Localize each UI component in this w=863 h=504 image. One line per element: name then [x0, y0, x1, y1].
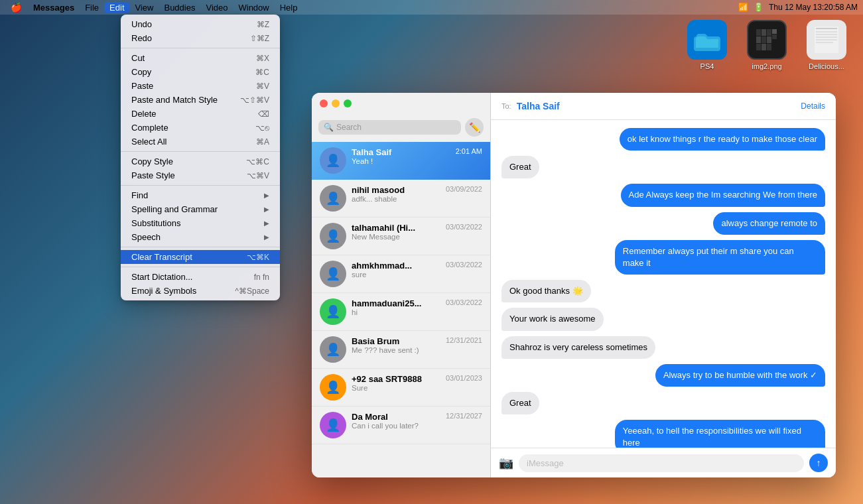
conversation-info: ahmkhmmad... sure — [352, 261, 440, 279]
menu-item-spelling-grammar[interactable]: Spelling and Grammar ▶ — [121, 202, 280, 216]
clock: Thu 12 May 13:20:58 AM — [769, 3, 858, 12]
apple-menu[interactable]: 🍎 — [5, 2, 27, 13]
menubar-video[interactable]: Video — [201, 2, 232, 13]
search-field[interactable]: 🔍 Search — [318, 120, 461, 135]
menu-item-emoji-symbols[interactable]: Emoji & Symbols ^⌘Space — [121, 284, 280, 298]
menubar-right: 📶 🔋 Thu 12 May 13:20:58 AM — [738, 3, 858, 12]
menu-shortcut: ^⌘Space — [235, 286, 269, 296]
menu-item-copy[interactable]: Copy ⌘C — [121, 65, 280, 79]
desktop-icon-img2[interactable]: img2.png — [744, 20, 790, 70]
menubar-edit[interactable]: Edit — [105, 2, 129, 13]
fullscreen-button[interactable] — [344, 99, 352, 107]
menu-separator — [121, 48, 280, 48]
close-button[interactable] — [320, 99, 328, 107]
detail-button[interactable]: Details — [801, 101, 825, 111]
menu-item-select-all[interactable]: Select All ⌘A — [121, 135, 280, 149]
menu-item-label: Substitutions — [131, 218, 264, 228]
camera-icon[interactable]: 📷 — [499, 456, 513, 470]
messages-right-panel: To: Talha Saif Details ok let know thing… — [491, 93, 836, 477]
menu-item-substitutions[interactable]: Substitutions ▶ — [121, 216, 280, 230]
menu-item-label: Copy — [131, 67, 250, 77]
menubar-file[interactable]: File — [80, 2, 103, 13]
menu-item-label: Start Dictation... — [131, 272, 249, 282]
menu-item-label: Cut — [131, 53, 251, 63]
menu-item-paste-match[interactable]: Paste and Match Style ⌥⇧⌘V — [121, 93, 280, 107]
menu-item-copy-style[interactable]: Copy Style ⌥⌘C — [121, 155, 280, 168]
menu-shortcut: fn fn — [254, 273, 269, 282]
svg-rect-3 — [767, 29, 771, 36]
messages-body: ok let know things r the ready to make t… — [491, 120, 836, 448]
menu-item-cut[interactable]: Cut ⌘X — [121, 51, 280, 65]
menu-item-clear-transcript[interactable]: Clear Transcript ⌥⌘K — [121, 250, 280, 264]
desktop-icon-del-label: Delicious... — [809, 62, 844, 70]
menu-item-redo[interactable]: Redo ⇧⌘Z — [121, 31, 280, 45]
conversation-preview: Can i call you later? — [352, 422, 440, 430]
conversation-info: +92 saa SRT9888 Sure — [352, 374, 440, 392]
svg-rect-8 — [762, 44, 766, 50]
menu-item-label: Emoji & Symbols — [131, 286, 230, 296]
message-input[interactable]: iMessage — [519, 454, 804, 472]
menu-item-label: Speech — [131, 232, 264, 242]
message-bubble: Yeeeah, to hell the responsibilities we … — [615, 420, 825, 448]
conversation-time: 03/03/2022 — [446, 261, 482, 269]
edit-menu: Undo ⌘Z Redo ⇧⌘Z Cut ⌘X Copy ⌘C Paste ⌘V… — [121, 15, 280, 300]
conversation-item[interactable]: 👤 talhamahil (Hi... New Message 03/03/20… — [312, 218, 490, 255]
messages-header: To: Talha Saif Details — [491, 93, 836, 120]
desktop-icon-ps4[interactable]: PS4 — [684, 20, 730, 70]
menu-item-start-dictation[interactable]: Start Dictation... fn fn — [121, 270, 280, 284]
menu-shortcut: ⌥⌘C — [246, 157, 269, 166]
menu-item-complete[interactable]: Complete ⌥⎋ — [121, 121, 280, 135]
send-button[interactable]: ↑ — [809, 454, 828, 472]
contact-name: Talha Saif — [517, 101, 560, 111]
menu-shortcut: ⌥⌘V — [247, 171, 269, 180]
menu-item-paste[interactable]: Paste ⌘V — [121, 79, 280, 93]
menu-item-label: Clear Transcript — [131, 252, 241, 262]
menu-item-undo[interactable]: Undo ⌘Z — [121, 17, 280, 31]
menubar-view[interactable]: View — [131, 2, 159, 13]
conversation-avatar: 👤 — [320, 298, 346, 325]
conversation-item[interactable]: 👤 hammaduani25... hi 03/03/2022 — [312, 293, 490, 331]
conversation-item[interactable]: 👤 nihil masood adfk... shable 03/09/2022 — [312, 180, 490, 218]
svg-rect-7 — [756, 44, 761, 50]
menubar-help[interactable]: Help — [275, 2, 302, 13]
desktop-icon-del[interactable]: Delicious... — [803, 20, 850, 70]
conversation-name: Da Moral — [352, 412, 440, 422]
message-bubble: Remember always put their m share you ca… — [615, 240, 825, 275]
conversation-info: Basia Brum Me ??? have sent :) — [352, 336, 440, 354]
conversation-avatar: 👤 — [320, 412, 346, 438]
menu-item-label: Paste — [131, 81, 251, 91]
svg-rect-11 — [772, 34, 777, 39]
menu-item-paste-style[interactable]: Paste Style ⌥⌘V — [121, 168, 280, 182]
folder-img2-icon — [747, 20, 787, 60]
conversation-item[interactable]: 👤 Talha Saif Yeah ! 2:01 AM — [312, 142, 490, 180]
desktop-icon-ps4-label: PS4 — [700, 62, 714, 70]
conversation-info: hammaduani25... hi — [352, 298, 440, 316]
svg-rect-1 — [756, 29, 761, 36]
submenu-arrow: ▶ — [264, 233, 269, 241]
svg-rect-4 — [756, 36, 761, 43]
menu-item-delete[interactable]: Delete ⌫ — [121, 107, 280, 121]
conversation-item[interactable]: 👤 ahmkhmmad... sure 03/03/2022 — [312, 255, 490, 293]
menu-item-speech[interactable]: Speech ▶ — [121, 230, 280, 244]
conversation-item[interactable]: 👤 +92 saa SRT9888 Sure 03/01/2023 — [312, 369, 490, 407]
conversation-avatar: 👤 — [320, 261, 346, 287]
conversation-time: 12/31/2021 — [446, 336, 482, 344]
conversation-name: Basia Brum — [352, 336, 440, 346]
menubar-messages[interactable]: Messages — [29, 2, 79, 13]
conversation-item[interactable]: 👤 Da Moral Can i call you later? 12/31/2… — [312, 407, 490, 444]
conversation-time: 03/03/2022 — [446, 223, 482, 231]
conversation-item[interactable]: 👤 Basia Brum Me ??? have sent :) 12/31/2… — [312, 331, 490, 369]
menubar-buddies[interactable]: Buddies — [159, 2, 200, 13]
conversation-time: 03/01/2023 — [446, 374, 482, 382]
submenu-arrow: ▶ — [264, 206, 269, 213]
minimize-button[interactable] — [332, 99, 340, 107]
compose-button[interactable]: ✏️ — [465, 118, 484, 137]
messages-left-panel: 🔍 Search ✏️ 👤 Talha Saif Yeah ! 2:01 AM … — [312, 93, 491, 477]
menu-item-label: Paste and Match Style — [131, 95, 235, 105]
conversation-preview: New Message — [352, 233, 440, 241]
menu-item-find[interactable]: Find ▶ — [121, 188, 280, 202]
messages-input-bar: 📷 iMessage ↑ — [491, 448, 836, 477]
conversation-info: talhamahil (Hi... New Message — [352, 223, 440, 241]
menubar-window[interactable]: Window — [233, 2, 273, 13]
menu-shortcut: ⇧⌘Z — [250, 34, 269, 43]
